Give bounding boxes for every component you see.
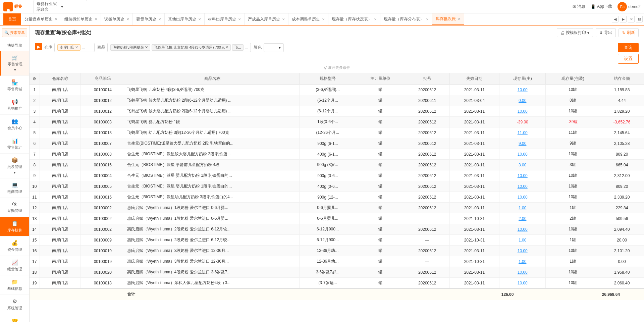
cell-expire: 2021-03-11 [449, 85, 499, 95]
user-profile[interactable]: Ea demo2 [618, 2, 641, 11]
close-icon[interactable]: ✕ [126, 17, 129, 21]
sidebar-finance-label: 资金管理 [7, 247, 22, 252]
quick-nav-btn[interactable]: 快捷导航 [0, 40, 29, 51]
cell-amount: 2,145.64 [600, 127, 644, 138]
sidebar-item-ops[interactable]: 📈 经营管理 [0, 256, 29, 275]
setting-btn[interactable]: 设置 [618, 54, 639, 64]
tab-expand-btn[interactable]: ⊟ [636, 16, 643, 22]
cell-code: 00100008 [80, 149, 125, 160]
close-icon[interactable]: ✕ [95, 17, 97, 21]
tab-xiancun2-label: 现存量（库存分布表） [384, 16, 424, 22]
table-row: 14 南岸门店 00100002 惠氏启赋（Wyeth illuma）2段奶粉 … [30, 224, 644, 235]
sidebar-item-system[interactable]: ⚙ 系统管理 [0, 295, 29, 314]
close-icon[interactable]: ✕ [198, 17, 201, 21]
store-selector[interactable]: 母婴行业演示账套 ▾ [34, 0, 87, 13]
col-settings[interactable]: ⚙ [30, 73, 40, 85]
search-btn[interactable]: 查询 [618, 43, 639, 52]
sidebar-item-basic[interactable]: 📁 基础信息 [0, 275, 29, 295]
table-row: 10 南岸门店 00100005 合生元（BIOSTIME）派星 婴儿配方奶粉 … [30, 181, 644, 192]
cell-no: 5 [30, 127, 40, 138]
sidebar-item-member[interactable]: 👥 会员中心 [0, 115, 29, 134]
cell-spec: 12-36月幼... [300, 246, 356, 256]
cell-expire: 2021-03-04 [449, 95, 499, 106]
cell-batch: 20200612 [405, 203, 449, 213]
tab-next-btn[interactable]: ▶ [620, 16, 627, 22]
search-menu-btn[interactable]: 🔍 搜索菜单 [2, 28, 27, 37]
sidebar-item-ecommerce[interactable]: 💻 电商管理 [0, 178, 29, 198]
product-tag-2-close[interactable]: ✕ [225, 45, 228, 50]
message-btn[interactable]: ✉ 消息 [573, 4, 585, 9]
cell-qty-main: 3.00 [499, 160, 546, 170]
sidebar-item-wholesale[interactable]: 📦 批发管理 ▾ [0, 154, 29, 178]
cell-warehouse: 南岸门店 [40, 203, 80, 213]
sidebar-mall-label: 零售商城 [7, 87, 22, 92]
table-row: 3 南岸门店 00100012 飞鹤星飞帆 较大婴儿配方奶粉 2段(6-12个月… [30, 106, 644, 117]
tab-prev-btn[interactable]: ◀ [612, 16, 619, 22]
sidebar-item-inventory[interactable]: 📋 库存核算 [0, 217, 29, 236]
product-input[interactable]: 飞鹤奶粉3段两提装 ✕ 飞鹤星飞帆 儿童奶粉 4段(3-6岁适用) 700克 ✕… [107, 43, 251, 52]
tab-xiancun1[interactable]: 现存量（库存状况表） ✕ [328, 13, 380, 25]
color-input[interactable]: ▾ [264, 43, 284, 52]
finance-icon: 💰 [11, 240, 18, 246]
close-icon[interactable]: ✕ [322, 17, 325, 21]
cell-name: 飞鹤星飞帆 较大婴儿配方奶粉 2段(6-12个月婴幼儿适用) ... [125, 95, 300, 106]
cell-spec: (3-7岁适... [300, 278, 356, 289]
sidebar-item-collab[interactable]: 🤝 企业协同 [0, 314, 29, 322]
sidebar-item-stats[interactable]: 📊 零售统计 [0, 134, 29, 154]
col-batch: 批号 [405, 73, 449, 85]
sidebar-marketing-label: 营销推广 [7, 106, 22, 111]
expand-arrow-btn[interactable]: ▶ [35, 43, 42, 50]
tab-yaohuo[interactable]: 要货单历史 ✕ [133, 13, 165, 25]
tab-cailiao[interactable]: 材料出库单历史 ✕ [205, 13, 245, 25]
tab-fenliang[interactable]: 分量盘点单历史 ✕ [21, 13, 61, 25]
sidebar-item-retail-mgmt[interactable]: 🛒 零售管理 ▾ [0, 51, 29, 76]
tab-qitachu[interactable]: 其他出库单历史 ✕ [165, 13, 205, 25]
cell-amount: 2,312.00 [600, 170, 644, 181]
tab-chengben[interactable]: 成本调整单历史 ✕ [288, 13, 328, 25]
cell-no: 6 [30, 138, 40, 149]
cell-name: 惠氏启赋（Wyeth illuma）2段奶粉 爱尔兰进口 6-12月较... [125, 235, 300, 246]
cell-qty-main: 0.00 [499, 95, 546, 106]
cell-qty-pkg: -39罐 [546, 117, 600, 127]
tab-home[interactable]: 首页 [3, 13, 21, 25]
cell-qty-pkg: 10罐 [546, 224, 600, 235]
table-row: 8 南岸门店 00100016 合生元（BIOSTIME）派星 学龄前儿童配方奶… [30, 160, 644, 170]
username: demo2 [628, 4, 641, 9]
product-tag-1-close[interactable]: ✕ [145, 45, 148, 50]
close-icon[interactable]: ✕ [158, 17, 161, 21]
cell-code: 00100009 [80, 235, 125, 246]
cell-unit: 罐 [356, 85, 405, 95]
close-icon[interactable]: ✕ [55, 17, 57, 21]
close-icon[interactable]: ✕ [282, 17, 285, 21]
tab-diaob[interactable]: 调拨单历史 ✕ [101, 13, 133, 25]
sidebar-ecommerce-label: 电商管理 [7, 189, 22, 194]
sidebar-item-purchase[interactable]: 🛍 采购管理 [0, 198, 29, 217]
tab-close-all-btn[interactable]: ✕ [628, 16, 635, 22]
tab-chancheng[interactable]: 产成品入库单历史 ✕ [245, 13, 288, 25]
cell-expire: 2021-03-11 [449, 181, 499, 192]
product-tag-3-text: 飞... [234, 45, 241, 50]
tab-zuzhuang-label: 组装拆卸单历史 [64, 16, 93, 22]
sidebar-item-mall[interactable]: 🏪 零售商城 [0, 76, 29, 95]
print-btn[interactable]: 🖨 按模板打印 ▾ [557, 28, 593, 37]
tab-kucun-active[interactable]: 库存批次账 ✕ [432, 13, 464, 25]
close-icon[interactable]: ✕ [426, 17, 429, 21]
warehouse-input[interactable]: 南岸门店 ✕ ... [54, 43, 95, 52]
tab-cailiao-label: 材料出库单历史 [208, 16, 236, 22]
sidebar-item-finance[interactable]: 💰 资金管理 [0, 236, 29, 256]
expand-conditions-btn[interactable]: ⋁ 展开更多条件 [35, 65, 639, 70]
close-icon[interactable]: ✕ [458, 17, 461, 21]
export-btn[interactable]: ⬇ 导出 [596, 28, 616, 37]
tab-xiancun2[interactable]: 现存量（库存分布表） ✕ [380, 13, 432, 25]
close-icon[interactable]: ✕ [238, 17, 241, 21]
tab-zuzhuang[interactable]: 组装拆卸单历史 ✕ [61, 13, 101, 25]
sidebar-item-marketing[interactable]: 📢 营销推广 [0, 95, 29, 115]
cell-no: 3 [30, 106, 40, 117]
warehouse-tag-close[interactable]: ✕ [75, 45, 78, 50]
close-icon[interactable]: ✕ [374, 17, 377, 21]
app-download-btn[interactable]: 📱 App下载 [591, 4, 612, 9]
footer-empty-2 [40, 288, 80, 300]
cell-code: 00100013 [80, 127, 125, 138]
refresh-btn[interactable]: ↻ 刷新 [619, 28, 639, 37]
chevron-down-icon: ▾ [14, 68, 16, 72]
